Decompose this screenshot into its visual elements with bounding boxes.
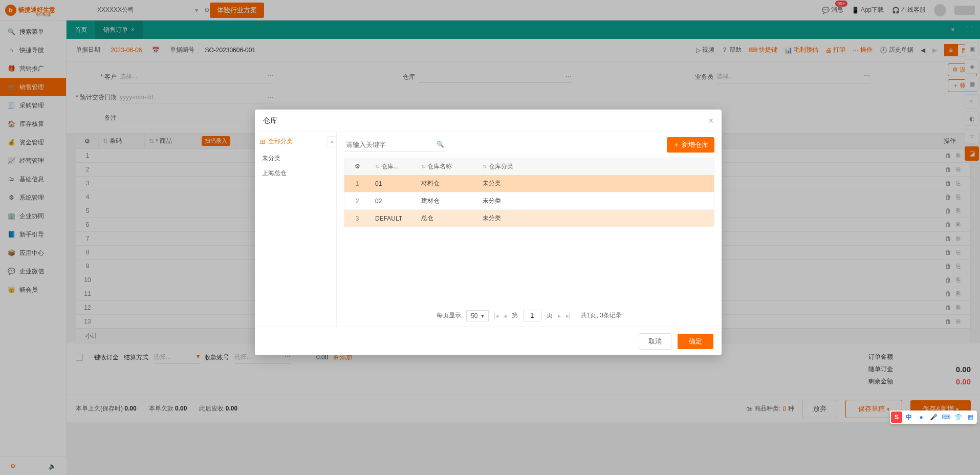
cancel-button[interactable]: 取消 [639, 333, 671, 350]
category-item[interactable]: 未分类 [260, 151, 331, 166]
warehouse-row[interactable]: 101材料仓未分类 [344, 175, 714, 192]
table-gear-icon[interactable]: ⚙ [344, 163, 370, 170]
perpage-select[interactable]: 50 ▾ [466, 310, 488, 321]
category-all[interactable]: ⊞ 全部分类 [260, 137, 331, 146]
modal-title: 仓库 [263, 116, 277, 125]
ime-punct-icon[interactable]: ● [916, 412, 927, 423]
ime-lang-icon[interactable]: 中 [903, 412, 914, 423]
col-wh-name[interactable]: 仓库名称 [416, 162, 477, 171]
ime-logo-icon: S [891, 412, 902, 423]
first-page-icon[interactable]: |◂ [494, 312, 498, 319]
perpage-label: 每页显示 [437, 311, 461, 320]
ime-menu-icon[interactable]: ▦ [965, 412, 976, 423]
warehouse-row[interactable]: 3DEFAULT总仓未分类 [344, 209, 714, 227]
prev-page-icon[interactable]: ◂ [504, 312, 507, 319]
search-icon[interactable]: 🔍 [437, 141, 444, 148]
col-wh-cat[interactable]: 仓库分类 [477, 162, 714, 171]
search-input[interactable] [344, 138, 445, 152]
page-input[interactable] [523, 310, 541, 321]
ok-button[interactable]: 确定 [678, 334, 713, 349]
ime-skin-icon[interactable]: 👕 [952, 412, 964, 423]
pagination: 每页显示 50 ▾ |◂ ◂ 第 页 ▸ ▸| 共1页, 3条记录 [344, 303, 714, 321]
collapse-pane-icon[interactable]: « [328, 136, 337, 147]
ime-toolbar[interactable]: S 中 ● 🎤 ⌨ 👕 ▦ [890, 411, 977, 424]
warehouse-row[interactable]: 202建材仓未分类 [344, 192, 714, 209]
col-wh-code[interactable]: 仓库... [370, 162, 416, 171]
category-pane: ⊞ 全部分类 未分类上海总仓 « [255, 132, 337, 327]
add-warehouse-button[interactable]: ＋ 新增仓库 [667, 137, 714, 153]
page-total: 共1页, 3条记录 [581, 311, 622, 320]
ime-keyboard-icon[interactable]: ⌨ [940, 412, 951, 423]
warehouse-table: ⚙ 仓库... 仓库名称 仓库分类 101材料仓未分类202建材仓未分类3DEF… [344, 158, 714, 227]
warehouse-modal: 仓库 × ⊞ 全部分类 未分类上海总仓 « 🔍 ＋ 新增仓库 [255, 110, 722, 355]
category-item[interactable]: 上海总仓 [260, 166, 331, 181]
modal-close-icon[interactable]: × [709, 116, 713, 125]
next-page-icon[interactable]: ▸ [558, 312, 561, 319]
last-page-icon[interactable]: ▸| [566, 312, 571, 319]
ime-mic-icon[interactable]: 🎤 [928, 412, 939, 423]
